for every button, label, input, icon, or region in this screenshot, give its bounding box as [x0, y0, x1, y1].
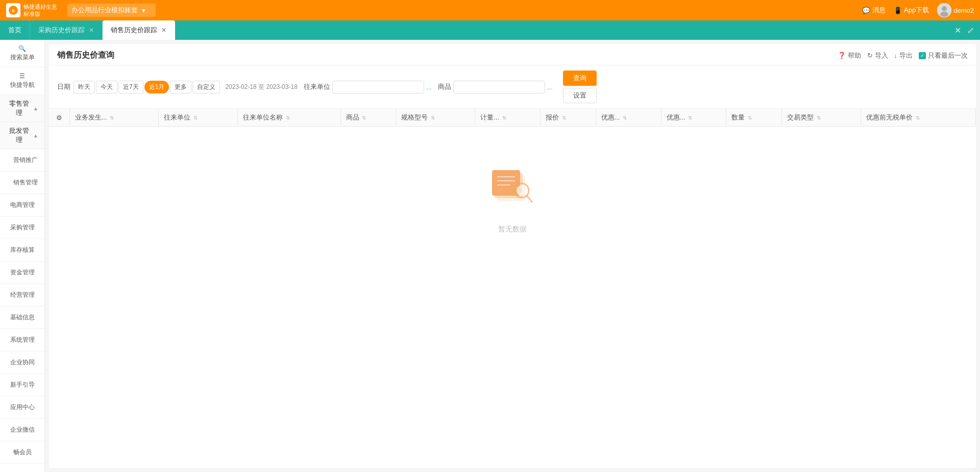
sidebar-sales-label: 销售管理 — [13, 178, 38, 187]
col-discount1[interactable]: 优惠... ⇅ — [596, 109, 661, 127]
partner-dots-btn[interactable]: ... — [426, 83, 432, 91]
sidebar-system-label: 系统管理 — [10, 336, 35, 344]
sidebar-item-quick-nav[interactable]: ☰ 快捷导航 — [0, 67, 44, 95]
sort-icon-discount2: ⇅ — [688, 115, 692, 121]
maximize-btn[interactable]: ⤢ — [967, 26, 974, 35]
date-btn-7days[interactable]: 近7天 — [118, 81, 143, 93]
tab-bar: 首页 采购历史价跟踪 ✕ 销售历史价跟踪 ✕ ✕ ⤢ — [0, 20, 980, 40]
sales-history-tab-close[interactable]: ✕ — [161, 27, 166, 34]
col-trade-type[interactable]: 交易类型 ⇅ — [782, 109, 861, 127]
date-btn-custom[interactable]: 自定义 — [192, 81, 220, 93]
sidebar-item-member[interactable]: 畅会员 — [0, 441, 44, 464]
mobile-icon: 📱 — [894, 7, 902, 14]
sidebar-item-purchase[interactable]: 采购管理 — [0, 217, 44, 239]
app-selector[interactable]: 办公用品行业模拟账套 ▾ — [67, 4, 156, 17]
page-title: 销售历史价查询 — [57, 50, 114, 61]
sidebar-item-enterprise-collab[interactable]: 企业协同 — [0, 351, 44, 374]
sidebar-item-inventory[interactable]: 库存核算 — [0, 239, 44, 262]
sidebar-ecommerce-label: 电商管理 — [10, 201, 35, 209]
sort-icon-pre-tax-price: ⇅ — [916, 115, 920, 121]
col-product[interactable]: 商品 ⇅ — [340, 109, 396, 127]
only-last-checkbox[interactable]: ✓ 只看最后一次 — [919, 51, 968, 60]
sidebar-wholesale-label: 批发管理 — [6, 126, 32, 145]
date-btn-more[interactable]: 更多 — [170, 81, 191, 93]
message-icon: 💬 — [862, 7, 870, 14]
sidebar-item-wechat[interactable]: 企业微信 — [0, 419, 44, 441]
sidebar-item-biz[interactable]: 经营管理 — [0, 284, 44, 306]
col-biz-date[interactable]: 业务发生... ⇅ — [69, 109, 158, 127]
sidebar-item-basic-info[interactable]: 基础信息 — [0, 306, 44, 329]
export-label: 导出 — [899, 51, 913, 60]
product-dots-btn[interactable]: ... — [547, 83, 553, 91]
app-selector-area: 办公用品行业模拟账套 ▾ — [57, 4, 862, 17]
import-btn[interactable]: ↻ 导入 — [867, 51, 888, 60]
date-btn-today[interactable]: 今天 — [96, 81, 117, 93]
message-btn[interactable]: 💬 消息 — [862, 6, 886, 15]
user-profile-btn[interactable]: demo2 — [937, 3, 974, 17]
date-range-text: 2023-02-18 至 2023-03-18 — [225, 83, 297, 91]
svg-rect-7 — [492, 170, 520, 196]
sort-icon-product: ⇅ — [362, 115, 366, 121]
col-discount2[interactable]: 优惠... ⇅ — [661, 109, 726, 127]
product-label: 商品 — [438, 82, 451, 91]
sidebar-section-retail[interactable]: 零售管理 ▲ — [0, 95, 44, 122]
sidebar-basic-label: 基础信息 — [10, 313, 35, 322]
logo-text: 畅捷通好生意 标准版 — [23, 3, 57, 18]
filter-area: 日期 昨天 今天 近7天 近1月 更多 自定义 2023-02-18 至 202… — [49, 65, 976, 109]
sidebar-item-sales-mgmt[interactable]: 销售管理 — [0, 172, 44, 194]
sort-icon-discount1: ⇅ — [623, 115, 627, 121]
page-header: 销售历史价查询 ❓ 帮助 ↻ 导入 ↓ 导出 ✓ — [49, 44, 976, 65]
app-selector-label: 办公用品行业模拟账套 — [71, 6, 138, 15]
sidebar-purchase-label: 采购管理 — [10, 223, 35, 232]
close-all-btn[interactable]: ✕ — [954, 26, 961, 35]
col-partner-name[interactable]: 往来单位名称 ⇅ — [238, 109, 341, 127]
empty-text: 暂无数据 — [498, 225, 527, 234]
tab-home[interactable]: 首页 — [0, 20, 30, 40]
nav-icon: ☰ — [19, 73, 25, 80]
col-unit[interactable]: 计量... ⇅ — [475, 109, 541, 127]
export-btn[interactable]: ↓ 导出 — [894, 51, 913, 60]
sidebar-item-ecommerce[interactable]: 电商管理 — [0, 194, 44, 217]
date-btn-yesterday[interactable]: 昨天 — [74, 81, 95, 93]
date-options: 昨天 今天 近7天 近1月 更多 自定义 — [74, 81, 220, 93]
query-btn[interactable]: 查询 — [563, 70, 597, 86]
avatar — [937, 3, 951, 17]
help-label: 帮助 — [848, 51, 861, 60]
col-pre-tax-price[interactable]: 优惠前无税单价 ⇅ — [861, 109, 976, 127]
partner-filter-group: 往来单位 ... — [304, 81, 432, 93]
empty-state: ? 暂无数据 — [49, 127, 976, 275]
product-input[interactable] — [453, 81, 545, 93]
sidebar-marketing-label: 营销推广 — [13, 156, 38, 164]
col-quantity[interactable]: 数量 ⇅ — [726, 109, 782, 127]
sidebar-search-label: 搜索菜单 — [10, 53, 35, 62]
sidebar-item-finance[interactable]: 资金管理 — [0, 262, 44, 284]
wholesale-arrow-icon: ▲ — [33, 133, 38, 138]
help-btn[interactable]: ❓ 帮助 — [838, 51, 861, 60]
col-partner-code[interactable]: 往来单位 ⇅ — [158, 109, 237, 127]
purchase-history-tab-close[interactable]: ✕ — [89, 27, 94, 34]
sidebar-item-new-guide[interactable]: 新手引导 — [0, 374, 44, 396]
sidebar-app-label: 应用中心 — [10, 403, 35, 412]
col-quote[interactable]: 报价 ⇅ — [541, 109, 596, 127]
sidebar-item-search-menu[interactable]: 🔍 搜索菜单 — [0, 40, 44, 67]
app-download-btn[interactable]: 📱 App下载 — [894, 6, 929, 15]
sidebar-retail-label: 零售管理 — [6, 99, 32, 117]
message-label: 消息 — [872, 6, 886, 15]
sidebar-item-system[interactable]: 系统管理 — [0, 329, 44, 351]
tab-sales-history[interactable]: 销售历史价跟踪 ✕ — [103, 20, 175, 40]
date-btn-1month[interactable]: 近1月 — [144, 81, 169, 93]
export-icon: ↓ — [894, 52, 898, 59]
settings-btn[interactable]: 设置 — [563, 88, 597, 103]
only-last-label: 只看最后一次 — [928, 51, 968, 60]
date-filter-group: 日期 昨天 今天 近7天 近1月 更多 自定义 2023-02-18 至 202… — [57, 81, 298, 93]
tab-purchase-history[interactable]: 采购历史价跟踪 ✕ — [30, 20, 103, 40]
data-table: ⚙ 业务发生... ⇅ 往来单位 ⇅ 往来单位名称 ⇅ — [49, 109, 976, 127]
sort-icon-unit: ⇅ — [502, 115, 506, 121]
sidebar-wechat-label: 企业微信 — [10, 426, 35, 434]
col-settings[interactable]: ⚙ — [49, 109, 69, 127]
sidebar-item-app-center[interactable]: 应用中心 — [0, 396, 44, 419]
sidebar-section-wholesale[interactable]: 批发管理 ▲ — [0, 122, 44, 149]
sidebar-item-marketing[interactable]: 营销推广 — [0, 149, 44, 172]
col-spec[interactable]: 规格型号 ⇅ — [396, 109, 475, 127]
partner-input[interactable] — [332, 81, 424, 93]
